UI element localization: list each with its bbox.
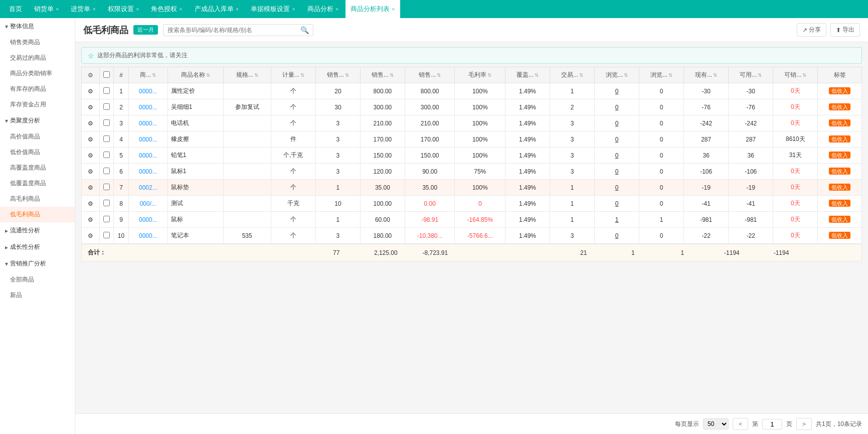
row-checkbox-cell[interactable] <box>100 115 114 131</box>
row-checkbox[interactable] <box>103 200 110 206</box>
row-views1[interactable]: 0 <box>595 131 639 148</box>
close-icon[interactable]: × <box>392 6 395 12</box>
settings-cell[interactable]: ⚙ <box>82 148 100 164</box>
data-table-container[interactable]: ⚙ # 商...⇅ 商品名称⇅ 规格...⇅ <box>81 67 862 413</box>
row-checkbox-cell[interactable] <box>100 83 114 99</box>
sales-profit-col-header[interactable]: 销售...⇅ <box>405 67 455 83</box>
coverage-col-header[interactable]: 覆盖...⇅ <box>505 67 550 83</box>
settings-cell[interactable]: ⚙ <box>82 228 100 244</box>
settings-cell[interactable]: ⚙ <box>82 131 100 148</box>
sidebar-item-stocked-goods[interactable]: 有库存的商品 <box>0 81 75 97</box>
sidebar-item-new-goods[interactable]: 新品 <box>0 287 75 303</box>
page-number-input[interactable] <box>762 419 782 429</box>
sort-icon[interactable]: ⇅ <box>535 72 539 78</box>
nav-home[interactable]: 首页 <box>4 0 27 18</box>
sort-icon[interactable]: ⇅ <box>300 72 304 78</box>
close-icon[interactable]: × <box>335 6 338 12</box>
sidebar-item-high-margin[interactable]: 高毛利商品 <box>0 191 75 207</box>
row-views1[interactable]: 1 <box>595 212 639 228</box>
sort-icon[interactable]: ⇅ <box>487 72 491 78</box>
settings-icon[interactable]: ⚙ <box>88 72 93 79</box>
nav-role-auth[interactable]: 角色授权 × <box>146 0 187 18</box>
settings-cell[interactable]: ⚙ <box>82 180 100 196</box>
sidebar-item-low-value[interactable]: 低价值商品 <box>0 144 75 160</box>
nav-permissions[interactable]: 权限设置 × <box>103 0 144 18</box>
sort-icon[interactable]: ⇅ <box>802 72 806 78</box>
sort-icon[interactable]: ⇅ <box>254 72 258 78</box>
close-icon[interactable]: × <box>136 6 139 12</box>
checkbox-col-header[interactable] <box>100 67 114 83</box>
sort-icon[interactable]: ⇅ <box>668 72 672 78</box>
transactions-col-header[interactable]: 交易...⇅ <box>550 67 595 83</box>
sidebar-item-low-coverage[interactable]: 低覆盖度商品 <box>0 176 75 191</box>
settings-cell[interactable]: ⚙ <box>82 212 100 228</box>
settings-cell[interactable]: ⚙ <box>82 99 100 115</box>
sidebar-item-stock-capital[interactable]: 库存资金占用 <box>0 97 75 112</box>
export-button[interactable]: ⬆ 导出 <box>830 23 860 37</box>
row-checkbox[interactable] <box>103 184 110 190</box>
sort-icon[interactable]: ⇅ <box>579 72 583 78</box>
close-icon[interactable]: × <box>179 6 182 12</box>
row-views1[interactable]: 0 <box>595 115 639 131</box>
row-checkbox[interactable] <box>103 87 110 94</box>
nav-product-instock[interactable]: 产成品入库单 × <box>190 0 244 18</box>
row-checkbox[interactable] <box>103 232 110 238</box>
sort-icon[interactable]: ⇅ <box>758 72 762 78</box>
available-col-header[interactable]: 可用...⇅ <box>729 67 773 83</box>
close-icon[interactable]: × <box>56 6 59 12</box>
settings-cell[interactable]: ⚙ <box>82 196 100 212</box>
nav-template-settings[interactable]: 单据模板设置 × <box>246 0 300 18</box>
spec-col-header[interactable]: 规格...⇅ <box>223 67 271 83</box>
search-icon[interactable]: 🔍 <box>300 26 309 34</box>
views1-col-header[interactable]: 浏览...⇅ <box>595 67 639 83</box>
page-size-select[interactable]: 50 100 200 <box>703 418 729 429</box>
sidebar-item-high-value[interactable]: 高价值商品 <box>0 129 75 144</box>
row-checkbox[interactable] <box>103 119 110 126</box>
row-checkbox-cell[interactable] <box>100 99 114 115</box>
sort-icon[interactable]: ⇅ <box>206 72 210 78</box>
sidebar-group-marketing[interactable]: ▾ 营销推广分析 <box>0 255 75 272</box>
row-checkbox[interactable] <box>103 168 110 174</box>
row-views1[interactable]: 0 <box>595 180 639 196</box>
row-checkbox-cell[interactable] <box>100 180 114 196</box>
sellable-col-header[interactable]: 可销...⇅ <box>773 67 818 83</box>
row-checkbox-cell[interactable] <box>100 148 114 164</box>
views2-col-header[interactable]: 浏览...⇅ <box>639 67 684 83</box>
row-checkbox[interactable] <box>103 216 110 222</box>
close-icon[interactable]: × <box>92 6 95 12</box>
nav-sales-order[interactable]: 销货单 × <box>29 0 64 18</box>
gross-rate-col-header[interactable]: 毛利率⇅ <box>455 67 505 83</box>
sort-icon[interactable]: ⇅ <box>390 72 394 78</box>
sort-icon[interactable]: ⇅ <box>152 72 156 78</box>
sort-icon[interactable]: ⇅ <box>624 72 628 78</box>
row-views1[interactable]: 0 <box>595 99 639 115</box>
row-checkbox-cell[interactable] <box>100 228 114 244</box>
sort-icon[interactable]: ⇅ <box>345 72 349 78</box>
nav-product-analysis[interactable]: 商品分析 × <box>302 0 343 18</box>
row-views1[interactable]: 0 <box>595 228 639 244</box>
row-views1[interactable]: 0 <box>595 83 639 99</box>
settings-cell[interactable]: ⚙ <box>82 115 100 131</box>
sidebar-item-low-margin[interactable]: 低毛利商品 <box>0 207 75 222</box>
settings-cell[interactable]: ⚙ <box>82 164 100 180</box>
sidebar-group-growth[interactable]: ▸ 成长性分析 <box>0 239 75 255</box>
sidebar-group-cluster[interactable]: ▾ 类聚度分析 <box>0 112 75 129</box>
nav-product-analysis-list[interactable]: 商品分析列表 × <box>345 0 400 18</box>
sort-icon[interactable]: ⇅ <box>713 72 717 78</box>
close-icon[interactable]: × <box>292 6 295 12</box>
prev-page-button[interactable]: ＜ <box>733 418 748 430</box>
select-all-checkbox[interactable] <box>103 71 110 78</box>
settings-col-header[interactable]: ⚙ <box>82 67 100 83</box>
row-checkbox[interactable] <box>103 135 110 142</box>
nav-purchase-order[interactable]: 进货单 × <box>66 0 100 18</box>
row-views1[interactable]: 0 <box>595 148 639 164</box>
row-checkbox-cell[interactable] <box>100 164 114 180</box>
sort-icon[interactable]: ⇅ <box>437 72 441 78</box>
settings-cell[interactable]: ⚙ <box>82 83 100 99</box>
sales-amt-col-header[interactable]: 销售...⇅ <box>360 67 405 83</box>
current-col-header[interactable]: 现有...⇅ <box>684 67 729 83</box>
row-checkbox[interactable] <box>103 152 110 158</box>
row-checkbox-cell[interactable] <box>100 131 114 148</box>
next-page-button[interactable]: ＞ <box>796 418 812 430</box>
sidebar-group-circulation[interactable]: ▸ 流通性分析 <box>0 222 75 239</box>
